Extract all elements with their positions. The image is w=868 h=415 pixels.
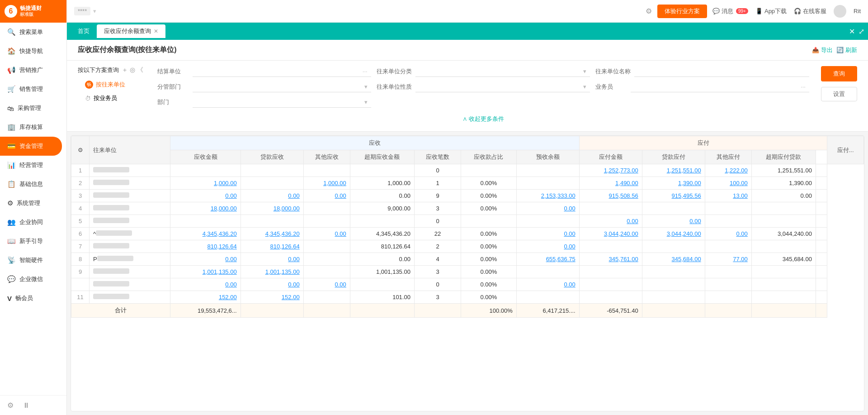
sidebar-item-enterprise[interactable]: 👥 企业协同 — [0, 213, 66, 232]
table-row: 0.000.000.0000.00%0.00 — [71, 278, 864, 291]
add-scheme-icon[interactable]: ＋ — [122, 66, 128, 74]
filter-scheme-header: 按以下方案查询 ＋ ◎ 《 — [78, 66, 150, 74]
query-button[interactable]: 查询 — [821, 66, 857, 81]
filter-partner-name: 往来单位名称 — [595, 66, 809, 77]
col-receivable-count: 应收笔数 — [414, 150, 461, 164]
page-actions: 📤 导出 🔄 刷新 — [812, 46, 857, 54]
service-icon: 🎧 — [794, 8, 801, 14]
collapse-more-btn[interactable]: ∧ 收起更多条件 — [157, 112, 809, 126]
filter-salesperson: 业务员 ··· — [595, 81, 809, 92]
dots-icon: ··· — [363, 68, 368, 75]
col-payable-amount: 应付金额 — [579, 150, 642, 164]
col-partner: 往来单位 — [90, 136, 170, 164]
col-overdue-receivable: 超期应收金额 — [350, 150, 414, 164]
sidebar-item-member[interactable]: V 畅会员 — [0, 289, 66, 308]
col-other-payable: 其他应付 — [705, 150, 751, 164]
total-receivable-ratio: 100.00% — [461, 304, 517, 318]
scheme-option-partner[interactable]: 畅 按往来单位 — [81, 79, 150, 91]
col-group-receivable: 应收 — [170, 136, 579, 150]
table-row: 11152.00152.00101.0030.00% — [71, 291, 864, 304]
tab-home-label: 首页 — [78, 27, 90, 35]
partner-name-input[interactable] — [634, 66, 809, 77]
sidebar-item-purchase[interactable]: 🛍 采购管理 — [0, 99, 66, 118]
topbar-right: 💬 消息 99+ 📱 App下载 🎧 在线客服 Rit — [712, 5, 861, 18]
sidebar-item-management[interactable]: 📊 经营管理 — [0, 156, 66, 175]
tab-balance-query[interactable]: 应收应付余额查询 ✕ — [97, 24, 165, 38]
sidebar-item-hardware[interactable]: 📡 智能硬件 — [0, 251, 66, 270]
export-button[interactable]: 📤 导出 — [812, 46, 833, 54]
sidebar-item-guide[interactable]: 📖 新手引导 — [0, 232, 66, 251]
division-dept-select[interactable]: ▾ — [193, 81, 371, 92]
table-row: 30.000.000.000.0090.00%2,153,333.00915,5… — [71, 190, 864, 202]
sidebar-item-wechat[interactable]: 💬 企业微信 — [0, 270, 66, 289]
sidebar-item-search[interactable]: 🔍 搜索菜单 — [0, 23, 66, 42]
table-row: 418,000.0018,000.009,000.0030.00%0.00 — [71, 202, 864, 215]
tab-close-icon[interactable]: ✕ — [154, 28, 158, 34]
promo-button[interactable]: 体验行业方案 — [657, 5, 707, 18]
topbar-settings-icon[interactable]: ⚙ — [646, 7, 652, 15]
tab-home[interactable]: 首页 — [71, 24, 97, 38]
sidebar-item-inventory[interactable]: 🏢 库存核算 — [0, 118, 66, 137]
sidebar: 6 畅捷通财 标准版 🔍 搜索菜单 🏠 快捷导航 📢 营销推广 🛒 销售管理 🛍… — [0, 0, 67, 415]
page-title-row: 应收应付余额查询(按往来单位) 📤 导出 🔄 刷新 — [78, 45, 857, 55]
col-settings[interactable]: ⚙ — [71, 136, 90, 164]
settings-icon[interactable]: ⚙ — [7, 401, 14, 410]
table-row: 8P0.000.000.0040.00%655,636.75345,761.00… — [71, 253, 864, 266]
sidebar-item-basic[interactable]: 📋 基础信息 — [0, 175, 66, 194]
tab-balance-label: 应收应付余额查询 — [104, 27, 151, 35]
scheme-option-salesperson[interactable]: ⏱ 按业务员 — [81, 92, 150, 104]
page-content: 应收应付余额查询(按往来单位) 📤 导出 🔄 刷新 — [67, 40, 868, 415]
dept-select[interactable]: ▾ — [193, 97, 371, 108]
filter-dept: 部门 ▾ — [157, 97, 371, 108]
table-row: 7810,126.64810,126.64810,126.6420.00%0.0… — [71, 240, 864, 253]
logo-text: 畅捷通财 标准版 — [20, 5, 42, 18]
setting-button[interactable]: 设置 — [821, 87, 857, 101]
filter-settlement-unit: 结算单位 ··· — [157, 66, 371, 77]
home-icon: 🏠 — [7, 47, 16, 55]
guide-icon: 📖 — [7, 237, 16, 245]
app-download-item[interactable]: 📱 App下载 — [755, 7, 787, 15]
breadcrumb-text: **** — [74, 7, 90, 15]
notification-icon: 💬 — [712, 8, 720, 14]
col-payable-more: 应付... — [827, 136, 864, 164]
avatar[interactable] — [834, 5, 846, 18]
sidebar-item-marketing[interactable]: 📢 营销推广 — [0, 61, 66, 80]
table-row: 101,252,773.001,251,551.001,222.001,251,… — [71, 164, 864, 177]
page-header: 应收应付余额查询(按往来单位) 📤 导出 🔄 刷新 — [67, 40, 868, 61]
username: Rit — [854, 8, 861, 14]
data-table: ⚙ 往来单位 应收 应付 应付... 应收金额 贷款应收 其他应收 超期应收金额… — [71, 136, 864, 318]
filter-grid-row1: 结算单位 ··· 往来单位分类 ▾ — [157, 66, 809, 77]
edit-scheme-icon[interactable]: ◎ — [130, 66, 135, 74]
partner-category-select[interactable]: ▾ — [415, 66, 590, 77]
sidebar-item-sales[interactable]: 🛒 销售管理 — [0, 80, 66, 99]
dots-icon2: ··· — [801, 83, 806, 90]
partner-nature-select[interactable]: ▾ — [415, 81, 590, 92]
inventory-icon: 🏢 — [7, 123, 16, 131]
chevron-down-icon3: ▾ — [583, 83, 586, 90]
search-icon: 🔍 — [7, 28, 16, 36]
salesperson-select[interactable]: ··· — [631, 81, 809, 92]
table-row: 500.000.00 — [71, 215, 864, 228]
sidebar-item-nav[interactable]: 🏠 快捷导航 — [0, 42, 66, 61]
total-receivable-amount: 19,553,472,6... — [170, 304, 241, 318]
chevron-down-icon: ▾ — [93, 8, 96, 14]
sidebar-menu: 🔍 搜索菜单 🏠 快捷导航 📢 营销推广 🛒 销售管理 🛍 采购管理 🏢 库存核… — [0, 23, 66, 395]
refresh-button[interactable]: 🔄 刷新 — [836, 46, 857, 54]
settlement-unit-select[interactable]: ··· — [193, 66, 371, 77]
table-row: 6^4,345,436.204,345,436.200.004,345,436.… — [71, 228, 864, 240]
col-advance-balance: 预收余额 — [516, 150, 579, 164]
online-service-item[interactable]: 🎧 在线客服 — [794, 7, 826, 15]
sidebar-item-system[interactable]: ⚙ 系统管理 — [0, 194, 66, 213]
collapse-icon[interactable]: ⏸ — [23, 401, 30, 410]
filter-partner-category: 往来单位分类 ▾ — [377, 66, 590, 77]
tab-expand-icon[interactable]: ⤢ — [859, 27, 864, 36]
chevron-left-icon[interactable]: 《 — [137, 66, 143, 74]
tab-close-window-icon[interactable]: ✕ — [849, 27, 855, 36]
filter-partner-nature: 往来单位性质 ▾ — [377, 81, 590, 92]
scheme-options: 畅 按往来单位 ⏱ 按业务员 — [81, 79, 150, 104]
purchase-icon: 🛍 — [7, 105, 14, 112]
total-label: 合计 — [71, 304, 170, 318]
notification-item[interactable]: 💬 消息 99+ — [712, 7, 748, 15]
sidebar-item-fund[interactable]: 💳 资金管理 — [0, 137, 62, 156]
table-row: 91,001,135.001,001,135.001,001,135.0030.… — [71, 266, 864, 278]
